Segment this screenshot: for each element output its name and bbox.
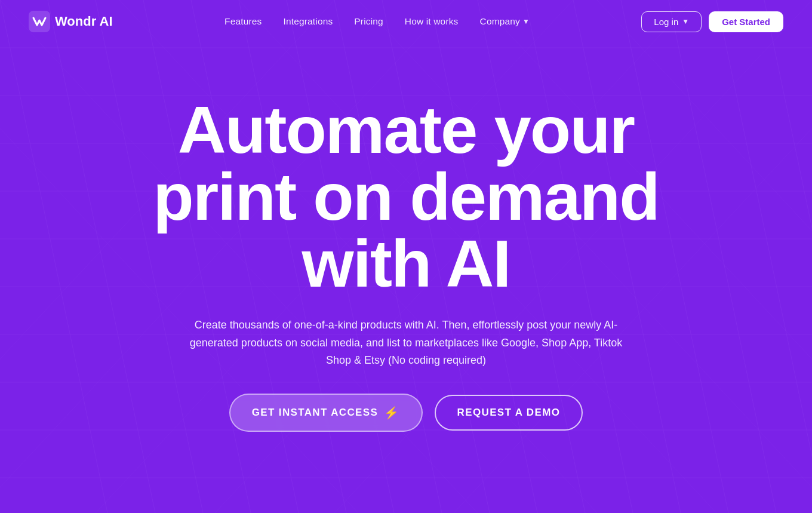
nav-item-company[interactable]: Company ▼	[480, 16, 530, 27]
nav-link-how-it-works[interactable]: How it works	[405, 16, 459, 26]
brand-logo[interactable]: Wondr AI	[29, 11, 113, 32]
nav-company-dropdown[interactable]: Company ▼	[480, 16, 530, 27]
login-chevron-down-icon: ▼	[682, 17, 689, 26]
nav-link-pricing[interactable]: Pricing	[354, 16, 383, 26]
wondr-logo-icon	[29, 11, 50, 32]
instant-access-button[interactable]: GET INSTANT ACCESS ⚡	[229, 394, 423, 432]
nav-link-features[interactable]: Features	[224, 16, 262, 26]
hero-subtitle: Create thousands of one-of-a-kind produc…	[179, 317, 633, 370]
nav-item-integrations[interactable]: Integrations	[283, 16, 333, 27]
get-started-button[interactable]: Get Started	[709, 11, 783, 32]
request-demo-button[interactable]: REQUEST A DEMO	[435, 395, 583, 431]
nav-item-pricing[interactable]: Pricing	[354, 16, 383, 27]
hero-cta-group: GET INSTANT ACCESS ⚡ REQUEST A DEMO	[229, 394, 583, 432]
nav-actions: Log in ▼ Get Started	[641, 11, 783, 32]
hero-section: Automate your print on demand with AI Cr…	[0, 43, 812, 432]
nav-item-how-it-works[interactable]: How it works	[405, 16, 459, 27]
login-button[interactable]: Log in ▼	[641, 11, 702, 32]
bolt-icon: ⚡	[384, 406, 399, 420]
hero-title: Automate your print on demand with AI	[153, 97, 659, 297]
nav-links: Features Integrations Pricing How it wor…	[224, 16, 530, 27]
navbar: Wondr AI Features Integrations Pricing H…	[0, 0, 812, 43]
nav-link-company[interactable]: Company	[480, 16, 520, 27]
nav-item-features[interactable]: Features	[224, 16, 262, 27]
brand-name: Wondr AI	[55, 14, 113, 29]
company-chevron-down-icon: ▼	[522, 17, 530, 26]
nav-link-integrations[interactable]: Integrations	[283, 16, 333, 26]
